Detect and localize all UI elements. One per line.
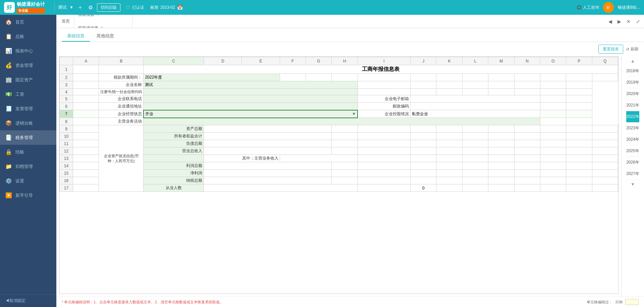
cell-13c[interactable]: [144, 155, 204, 162]
cell-10l[interactable]: [462, 133, 488, 140]
cell-11c[interactable]: 负债总额: [144, 140, 204, 147]
tab-close-all-btn[interactable]: ✕: [624, 19, 633, 24]
cell-12k[interactable]: [436, 147, 462, 155]
tab-taxwave[interactable]: 税负波动表✕: [74, 21, 132, 29]
sidebar-item-report[interactable]: 📊报表中心: [0, 44, 56, 58]
cell-13p[interactable]: [566, 155, 592, 162]
cell-5p[interactable]: [540, 95, 566, 103]
workspace-dropdown[interactable]: ▼: [69, 5, 73, 10]
cell-11i[interactable]: [358, 140, 411, 147]
cell-13l[interactable]: [462, 155, 488, 162]
cell-1a[interactable]: [73, 65, 99, 74]
sidebar-item-archive[interactable]: 📁归档管理: [0, 159, 56, 174]
cell-9a[interactable]: [73, 125, 99, 133]
cell-16o[interactable]: [540, 177, 566, 184]
cell-7k[interactable]: 私营企业: [411, 110, 540, 118]
cell-16j[interactable]: [411, 177, 436, 184]
cell-15o[interactable]: [540, 170, 566, 177]
year-item-2018[interactable]: 2018年: [626, 65, 639, 77]
cell-16p[interactable]: [566, 177, 592, 184]
cell-9o[interactable]: [540, 125, 566, 133]
cell-15d[interactable]: [204, 170, 332, 177]
cell-10d[interactable]: [204, 133, 332, 140]
tab-close-taxform[interactable]: ✕: [96, 15, 100, 17]
cell-17l[interactable]: [462, 184, 488, 192]
cell-10h[interactable]: [332, 133, 358, 140]
cell-11j[interactable]: [411, 140, 436, 147]
cell-15q[interactable]: [592, 170, 618, 177]
cell-10m[interactable]: [488, 133, 514, 140]
cell-3o[interactable]: [514, 81, 540, 89]
cell-3q[interactable]: [566, 81, 592, 89]
sub-tab-basic[interactable]: 基础信息: [62, 31, 90, 42]
cell-10o[interactable]: [540, 133, 566, 140]
sidebar-item-close[interactable]: 🔒结账: [0, 145, 56, 159]
cell-3j[interactable]: [358, 81, 411, 89]
cell-12o[interactable]: [540, 147, 566, 155]
cell-4k[interactable]: [411, 89, 436, 95]
year-item-2025[interactable]: 2025年: [626, 145, 639, 157]
sidebar-item-inout[interactable]: 📦进销台账: [0, 116, 56, 130]
cell-6b[interactable]: 企业通信地址: [99, 103, 144, 110]
cell-3p[interactable]: [540, 81, 566, 89]
cell-4b[interactable]: 注册号/统一社会信用代码: [99, 89, 144, 95]
tab-taxform[interactable]: 税表清册✕: [74, 15, 132, 21]
cell-12q[interactable]: [592, 147, 618, 155]
cell-7c-dropdown[interactable]: 开业 ▼: [144, 110, 358, 118]
sidebar-item-settings[interactable]: ⚙️设置: [0, 174, 56, 188]
cell-13j[interactable]: [411, 155, 436, 162]
cell-15l[interactable]: [462, 170, 488, 177]
cell-15m[interactable]: [488, 170, 514, 177]
cell-17j[interactable]: 0: [411, 184, 436, 192]
cell-6p[interactable]: [540, 103, 566, 110]
cell-12c[interactable]: 营业总收入: [144, 147, 204, 155]
cell-4o[interactable]: [514, 89, 540, 95]
tab-close-taxwave[interactable]: ✕: [100, 25, 104, 28]
cell-7b[interactable]: 企业经营状态: [99, 110, 144, 118]
cell-2n[interactable]: [514, 74, 540, 81]
year-item-2024[interactable]: 2024年: [626, 134, 639, 145]
add-workspace-btn[interactable]: ＋: [76, 3, 84, 12]
cell-14l[interactable]: [462, 162, 488, 170]
year-item-2021[interactable]: 2021年: [626, 100, 639, 111]
sidebar-item-asset[interactable]: 🏢固定资产: [0, 73, 56, 87]
cell-14d[interactable]: [204, 162, 332, 170]
cell-2c[interactable]: 2022年度: [144, 74, 280, 81]
cell-15p[interactable]: [566, 170, 592, 177]
cell-5c[interactable]: [144, 95, 358, 103]
cell-15a[interactable]: [73, 170, 99, 177]
cell-13i[interactable]: [358, 155, 411, 162]
cell-3m[interactable]: [462, 81, 488, 89]
cell-9q[interactable]: [592, 125, 618, 133]
year-item-2023[interactable]: 2023年: [626, 123, 639, 134]
cell-2q[interactable]: [592, 74, 618, 81]
cell-14c[interactable]: 利润总额: [144, 162, 204, 170]
cell-13q[interactable]: [592, 155, 618, 162]
cell-5a[interactable]: [73, 95, 99, 103]
cell-4p[interactable]: [540, 89, 566, 95]
cell-2j[interactable]: [411, 74, 436, 81]
cell-9h[interactable]: [332, 125, 358, 133]
tab-expand-btn[interactable]: ⤢: [633, 19, 643, 24]
cell-14i[interactable]: [358, 162, 411, 170]
sidebar-item-capital[interactable]: 💰资金管理: [0, 58, 56, 73]
cell-9j[interactable]: [411, 125, 436, 133]
cell-14n[interactable]: [514, 162, 540, 170]
cell-11d[interactable]: [204, 140, 332, 147]
cell-16l[interactable]: [462, 177, 488, 184]
cell-17n[interactable]: [514, 184, 540, 192]
year-item-2022[interactable]: 2022年: [626, 111, 639, 123]
cell-16c[interactable]: 纳税总额: [144, 177, 204, 184]
cell-14p[interactable]: [566, 162, 592, 170]
cell-12m[interactable]: [488, 147, 514, 155]
cell-11a[interactable]: [73, 140, 99, 147]
year-down-btn[interactable]: ▼: [622, 180, 644, 189]
cell-11q[interactable]: [592, 140, 618, 147]
cell-merged-b[interactable]: 企业资产状况信息(币种：人民币万元): [99, 125, 144, 192]
cell-8a[interactable]: [73, 118, 99, 125]
year-up-btn[interactable]: ▲: [622, 56, 644, 65]
year-item-2027[interactable]: 2027年: [626, 168, 639, 180]
cell-6j[interactable]: 邮政编码: [358, 103, 411, 110]
sidebar-item-invoice[interactable]: 🧾发票管理: [0, 101, 56, 116]
cell-12i[interactable]: [358, 147, 411, 155]
